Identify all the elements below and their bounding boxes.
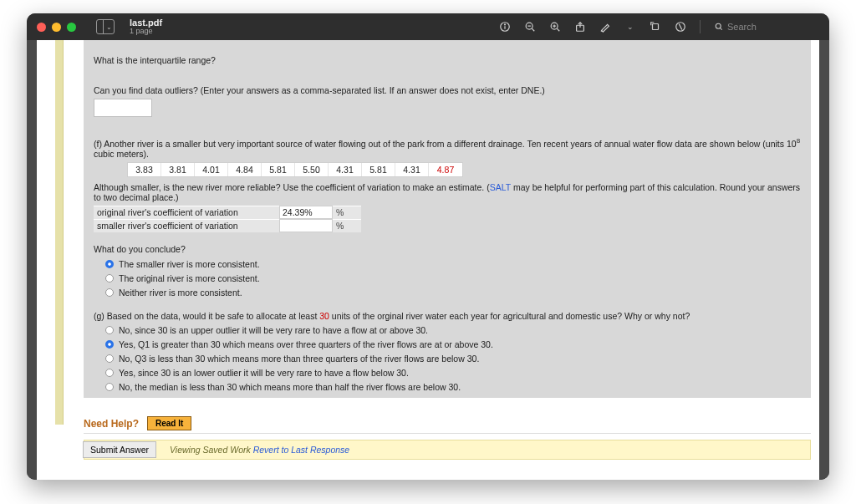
part-g-options: No, since 30 is an upper outlier it will… — [94, 325, 801, 392]
need-help-row: Need Help? Read It — [84, 416, 191, 430]
conclude-question: What do you conclude? — [94, 244, 801, 254]
page-count-label: 1 page — [130, 28, 162, 35]
radio-g-0[interactable] — [105, 326, 114, 334]
info-icon[interactable] — [499, 21, 511, 33]
svg-line-7 — [557, 28, 559, 31]
radio-g-3[interactable] — [105, 369, 114, 377]
outliers-input[interactable] — [94, 99, 152, 117]
highlight-icon[interactable] — [675, 21, 686, 33]
revert-link[interactable]: Revert to Last Response — [253, 445, 350, 455]
toolbar-right: ⌄ — [499, 20, 819, 33]
flow-data-table: 3.83 3.81 4.01 4.84 5.81 5.50 4.31 5.81 … — [127, 162, 463, 177]
search-group — [714, 22, 819, 32]
radio-conclude-2[interactable] — [105, 288, 114, 297]
svg-rect-13 — [653, 24, 659, 30]
question-panel: What is the interquartile range? Can you… — [84, 40, 811, 398]
minimize-window-button[interactable] — [52, 23, 61, 32]
data-cell: 3.81 — [161, 163, 195, 176]
data-cell: 4.31 — [329, 163, 362, 176]
share-icon[interactable] — [574, 21, 586, 33]
part-g-prompt: (g) Based on the data, would it be safe … — [94, 311, 801, 321]
radio-g-2[interactable] — [105, 354, 114, 363]
cv-smaller-input[interactable] — [279, 219, 333, 232]
iqr-question: What is the interquartile range? — [94, 55, 801, 65]
chevron-down-icon[interactable]: ⌄ — [624, 21, 636, 33]
radio-g-1[interactable] — [105, 340, 114, 349]
divider — [84, 433, 811, 434]
viewing-label: Viewing Saved Work Revert to Last Respon… — [170, 445, 349, 455]
data-cell: 5.81 — [362, 163, 395, 176]
radio-g-4[interactable] — [105, 383, 114, 391]
conclude-options: The smaller river is more consistent. Th… — [94, 259, 801, 298]
close-window-button[interactable] — [37, 23, 46, 32]
need-help-label: Need Help? — [84, 418, 139, 430]
submit-answer-button[interactable]: Submit Answer — [83, 441, 156, 458]
app-window: ⌄ last.pdf 1 page ⌄ — [27, 13, 829, 480]
outliers-question: Can you find data outliers? (Enter your … — [94, 85, 801, 95]
zoom-window-button[interactable] — [67, 23, 76, 32]
cv-prompt: Although smaller, is the new river more … — [94, 182, 801, 202]
svg-line-4 — [532, 28, 534, 31]
toolbar-divider — [700, 20, 701, 33]
zoom-in-icon[interactable] — [549, 21, 561, 33]
titlebar: ⌄ last.pdf 1 page ⌄ — [27, 13, 829, 40]
search-input[interactable] — [727, 22, 819, 32]
cv-original-input[interactable]: 24.39% — [279, 206, 333, 219]
read-it-button[interactable]: Read It — [147, 416, 191, 430]
pdf-page: What is the interquartile range? Can you… — [37, 40, 819, 480]
part-f-prompt: (f) Another river is a smaller but very … — [94, 137, 801, 159]
radio-conclude-1[interactable] — [105, 274, 114, 283]
rotate-icon[interactable] — [650, 21, 661, 33]
radio-conclude-0[interactable] — [105, 260, 114, 268]
data-cell: 3.83 — [128, 163, 161, 176]
chevron-down-icon: ⌄ — [106, 23, 112, 31]
data-cell: 4.87 — [429, 163, 462, 176]
sidebar-toggle-button[interactable]: ⌄ — [96, 19, 115, 34]
window-controls — [37, 23, 76, 32]
svg-point-2 — [505, 24, 506, 25]
footer-bar: Submit Answer Viewing Saved Work Revert … — [84, 440, 811, 460]
data-cell: 4.31 — [395, 163, 429, 176]
markup-icon[interactable] — [599, 21, 611, 33]
svg-point-15 — [716, 23, 721, 28]
search-icon — [714, 22, 724, 32]
zoom-out-icon[interactable] — [524, 21, 536, 33]
data-cell: 5.50 — [295, 163, 329, 176]
margin-highlight-bar — [55, 40, 64, 425]
data-cell: 4.01 — [195, 163, 228, 176]
document-title: last.pdf 1 page — [130, 18, 162, 35]
data-cell: 4.84 — [228, 163, 262, 176]
document-viewport[interactable]: What is the interquartile range? Can you… — [27, 40, 829, 480]
svg-line-16 — [721, 28, 722, 30]
cv-row-original: original river's coefficient of variatio… — [94, 206, 361, 219]
cv-row-smaller: smaller river's coefficient of variation… — [94, 219, 361, 232]
data-cell: 5.81 — [262, 163, 295, 176]
salt-link[interactable]: SALT — [490, 182, 511, 192]
